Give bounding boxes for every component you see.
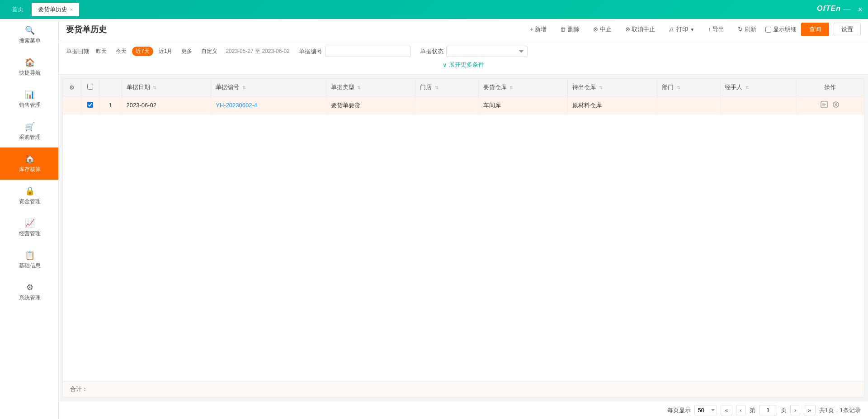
window-minimize-btn[interactable]: — [843,5,850,14]
sidebar-item-finance-mgmt-label: 资金管理 [19,198,41,205]
select-all-checkbox[interactable] [87,84,93,90]
expand-more-btn[interactable]: ∨ 展开更多条件 [66,61,861,69]
filter-row: 单据日期 昨天 今天 近7天 近1月 更多 自定义 2023-05-27 至 2… [66,46,861,57]
tab-requisition-history[interactable]: 要货单历史 × [32,3,79,16]
print-chevron-icon: ▼ [690,27,694,32]
sidebar-item-base-info-label: 基础信息 [19,262,41,270]
sidebar-item-search-menu[interactable]: 🔍 搜索菜单 [0,19,58,51]
date-btn-today[interactable]: 今天 [112,47,130,56]
row-doc-date: 2023-06-02 [122,96,211,114]
next-page-btn[interactable]: › [790,405,800,415]
sidebar-item-finance-mgmt[interactable]: 🔒 资金管理 [0,180,58,212]
tab-bar: 首页 要货单历史 × [5,3,843,16]
row-req-warehouse: 车间库 [478,96,568,114]
settings-button[interactable]: 设置 [834,23,861,36]
last-page-btn[interactable]: » [804,405,815,415]
tab-close-icon[interactable]: × [70,7,73,12]
col-checkbox [81,79,99,96]
row-action-group [801,100,859,110]
prev-page-btn[interactable]: ‹ [736,405,746,415]
tab-home-label: 首页 [12,5,24,14]
settings-gear-icon[interactable]: ⚙ [69,84,75,91]
search-menu-icon: 🔍 [25,25,35,35]
col-settings[interactable]: ⚙ [63,79,81,96]
date-btn-yesterday[interactable]: 昨天 [92,47,110,56]
sort-store-icon[interactable]: ⇅ [435,85,439,90]
print-button[interactable]: 🖨 打印 ▼ [664,23,699,36]
sidebar-item-base-info[interactable]: 📋 基础信息 [0,244,58,276]
col-doc-number-label: 单据编号 [216,84,239,90]
doc-number-link[interactable]: YH-20230602-4 [216,102,257,109]
sidebar-item-purchase-mgmt[interactable]: 🛒 采购管理 [0,115,58,148]
page-size-select[interactable]: 50 10 20 100 [694,405,717,415]
date-btn-more[interactable]: 更多 [178,47,196,56]
sales-mgmt-icon: 📊 [25,90,35,100]
display-detail-toggle[interactable]: 显示明细 [765,25,797,33]
row-delete-btn[interactable] [831,100,840,110]
tab-requisition-label: 要货单历史 [38,5,67,14]
topbar-right-controls: — × [843,5,863,14]
doc-number-input[interactable] [325,46,411,57]
page-number-input[interactable] [759,405,777,415]
col-doc-type-label: 单据类型 [331,84,354,90]
expand-more-label: 展开更多条件 [449,61,484,69]
page-header: 要货单历史 + 新增 🗑 删除 ⊗ 中止 ⊗ 取消中止 🖨 打印 ▼ ↑ 导出 … [59,19,868,40]
sort-doc-date-icon[interactable]: ⇅ [153,85,156,90]
date-filter-label: 单据日期 [66,48,90,56]
col-doc-date: 单据日期 ⇅ [122,79,211,96]
table-scroll[interactable]: ⚙ 单据日期 ⇅ 单据编号 [63,79,864,381]
date-btn-7days[interactable]: 近7天 [132,47,153,56]
sort-doc-number-icon[interactable]: ⇅ [242,85,246,90]
first-page-btn[interactable]: « [721,405,732,415]
print-icon: 🖨 [669,26,675,33]
cancel-suspend-button[interactable]: ⊗ 取消中止 [621,23,660,36]
page-title: 要货单历史 [66,24,107,35]
row-department [657,96,720,114]
sys-mgmt-icon: ⚙ [26,282,33,292]
col-handler-label: 经手人 [725,84,742,90]
sort-doc-type-icon[interactable]: ⇅ [357,85,361,90]
query-button[interactable]: 查询 [801,23,829,36]
col-operations-label: 操作 [824,84,836,90]
pagination: 每页显示 50 10 20 100 « ‹ 第 页 › » 共1页，1条记录 [59,401,868,419]
status-select[interactable] [446,46,528,57]
top-bar: 首页 要货单历史 × OfTEn — × [0,0,868,19]
sort-pending-warehouse-icon[interactable]: ⇅ [599,85,603,90]
sidebar-item-sys-mgmt[interactable]: ⚙ 系统管理 [0,276,58,308]
page-label-suffix: 页 [781,406,787,414]
row-doc-number: YH-20230602-4 [211,96,326,114]
date-btn-1month[interactable]: 近1月 [155,47,176,56]
suspend-button[interactable]: ⊗ 中止 [589,23,616,36]
row-checkbox[interactable] [87,102,93,108]
sidebar-item-quick-nav[interactable]: 🏠 快捷导航 [0,51,58,83]
sidebar-item-quick-nav-label: 快捷导航 [19,69,41,77]
base-info-icon: 📋 [25,250,35,260]
sidebar-item-inventory-calc[interactable]: 🏠 库存核算 [0,148,58,180]
delete-button[interactable]: 🗑 删除 [556,23,584,36]
display-detail-checkbox[interactable] [765,27,771,33]
sidebar-item-sales-mgmt[interactable]: 📊 销售管理 [0,83,58,115]
row-pending-warehouse: 原材料仓库 [568,96,657,114]
window-close-btn[interactable]: × [858,5,863,14]
ops-mgmt-icon: 📈 [25,218,35,228]
sidebar-item-sys-mgmt-label: 系统管理 [19,294,41,302]
row-checkbox-cell [81,96,99,114]
sort-handler-icon[interactable]: ⇅ [745,85,749,90]
row-operations [796,96,864,114]
new-button[interactable]: + 新增 [525,23,551,36]
status-label: 单据状态 [420,48,443,56]
col-department: 部门 ⇅ [657,79,720,96]
table-footer: 合计： [63,381,864,397]
sidebar-item-ops-mgmt[interactable]: 📈 经营管理 [0,212,58,244]
doc-number-label: 单据编号 [299,48,322,56]
sort-req-warehouse-icon[interactable]: ⇅ [509,85,513,90]
col-req-warehouse: 要货仓库 ⇅ [478,79,568,96]
content-area: 要货单历史 + 新增 🗑 删除 ⊗ 中止 ⊗ 取消中止 🖨 打印 ▼ ↑ 导出 … [59,19,868,419]
tab-home[interactable]: 首页 [5,3,30,16]
sort-department-icon[interactable]: ⇅ [677,85,680,90]
total-label: 合计： [70,386,88,392]
row-edit-btn[interactable] [820,100,829,110]
date-btn-custom[interactable]: 自定义 [198,47,221,56]
export-button[interactable]: ↑ 导出 [703,23,729,36]
refresh-button[interactable]: ↻ 刷新 [733,23,761,36]
